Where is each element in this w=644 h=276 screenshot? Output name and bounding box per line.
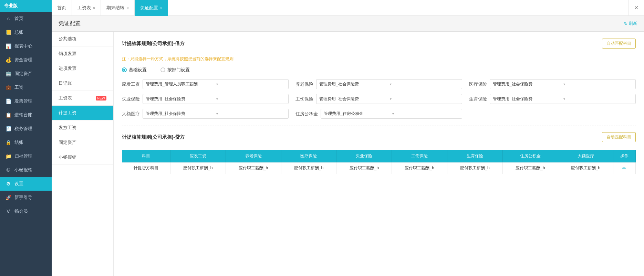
left-menu-label-purchase-invoice: 进项发票: [59, 65, 76, 72]
sidebar-label-closing: 结账: [14, 139, 23, 146]
sidebar-label-guide: 新手引导: [14, 194, 32, 201]
table-cell-0-6: 应付职工薪酬_b: [447, 162, 502, 174]
table-cell-0-1: 应付职工薪酬_b: [170, 162, 226, 174]
form-label-0-1: 养老保险: [295, 81, 313, 87]
form-select-1-1[interactable]: 管理费用_社会保险费 ▾: [316, 94, 462, 104]
salary-icon: 💼: [6, 85, 11, 90]
radio-basic-circle: [122, 67, 127, 72]
chevron-down-icon-1-0: ▾: [216, 97, 285, 101]
sidebar-item-archive[interactable]: 📁 归档管理: [0, 149, 52, 163]
form-select-0-0[interactable]: 管理费用_管理人员职工薪酬 ▾: [143, 79, 289, 89]
home-icon: ⌂: [6, 16, 11, 21]
section2-title: 计提核算规则(公司承担)-贷方: [122, 134, 185, 140]
sidebar-item-xiaochang-report[interactable]: © 小畅报销: [0, 163, 52, 177]
sidebar-item-home[interactable]: ⌂ 首页: [0, 12, 52, 25]
table-cell-0-3: 应付职工薪酬_b: [281, 162, 336, 174]
left-menu-item-fixed-assets[interactable]: 固定资产: [52, 135, 113, 150]
tab-close-voucher-config[interactable]: ×: [160, 6, 162, 10]
settings-icon: ⚙: [6, 181, 11, 187]
sidebar: 专业版 ⌂ 首页 📒 总账 📊 报表中心 💰 资金管理 🏢 固定资产 💼 工资 …: [0, 0, 52, 276]
auto-match-button-1[interactable]: 自动匹配科目: [602, 39, 636, 49]
sidebar-label-vip: 畅会员: [14, 208, 28, 214]
form-label-2-0: 大额医疗: [122, 111, 140, 117]
sidebar-item-settings[interactable]: ⚙ 设置: [0, 177, 52, 191]
tab-voucher-config[interactable]: 凭证配置×: [135, 0, 168, 16]
sidebar-item-tax-mgmt[interactable]: 🧾 税务管理: [0, 122, 52, 136]
sidebar-item-closing[interactable]: 🔒 结账: [0, 136, 52, 149]
refresh-button[interactable]: ↻ 刷新: [624, 21, 637, 26]
radio-dept-circle: [160, 67, 165, 72]
sidebar-item-salary[interactable]: 💼 工资: [0, 81, 52, 94]
table-cell-0-7: 应付职工薪酬_b: [502, 162, 558, 174]
topbar: 首页工资表×期末结转×凭证配置×✕: [52, 0, 644, 16]
sidebar-item-vip[interactable]: V 畅会员: [0, 204, 52, 218]
form-select-1-2[interactable]: 管理费用_社会保险费 ▾: [490, 94, 636, 104]
table-col-4: 失业保险: [336, 150, 392, 162]
left-menu-item-journal[interactable]: 日记账: [52, 76, 113, 91]
left-menu-item-xiaochang-expenses[interactable]: 小畅报销: [52, 150, 113, 165]
tab-label-home: 首页: [57, 5, 66, 11]
table-cell-0-9[interactable]: ✏: [613, 162, 636, 174]
section2-header: 计提核算规则(公司承担)-贷方 自动匹配科目: [122, 132, 636, 146]
tab-home[interactable]: 首页: [52, 0, 72, 16]
left-menu-item-distribute-salary[interactable]: 发放工资: [52, 120, 113, 135]
auto-match-button-2[interactable]: 自动匹配科目: [602, 132, 636, 142]
form-select-0-2[interactable]: 管理费用_社会保险费 ▾: [490, 79, 636, 89]
sidebar-item-ledger[interactable]: 📒 总账: [0, 25, 52, 39]
form-select-2-1[interactable]: 管理费用_住房公积金 ▾: [321, 109, 462, 119]
chevron-down-icon-2-0: ▾: [216, 112, 285, 116]
form-label-1-1: 工伤保险: [295, 96, 313, 102]
close-button[interactable]: ✕: [628, 0, 644, 16]
sidebar-label-invoice-mgmt: 发票管理: [14, 98, 32, 104]
section1-title: 计提核算规则(公司承担)-借方: [122, 41, 185, 47]
form-label-1-0: 失业保险: [122, 96, 140, 102]
form-select-value-0-2: 管理费用_社会保险费: [493, 81, 562, 87]
tab-payroll[interactable]: 工资表×: [72, 0, 101, 16]
refresh-icon: ↻: [624, 21, 627, 26]
sidebar-item-assets[interactable]: 🏢 固定资产: [0, 67, 52, 81]
chevron-down-icon-2-1: ▾: [392, 112, 459, 116]
closing-icon: 🔒: [6, 140, 11, 145]
radio-basic[interactable]: 基础设置: [122, 67, 147, 73]
sidebar-label-home: 首页: [14, 15, 23, 22]
sidebar-label-xiaochang-report: 小畅报销: [14, 167, 32, 173]
sidebar-item-sales-ledger[interactable]: 📋 进销台账: [0, 108, 52, 122]
main: 首页工资表×期末结转×凭证配置×✕ 凭证配置 ↻ 刷新 公共选项销项发票进项发票…: [52, 0, 644, 276]
form-select-value-1-2: 管理费用_社会保险费: [493, 96, 562, 102]
left-menu-label-payroll-table: 工资表: [59, 95, 72, 101]
table-col-0: 科目: [122, 150, 170, 162]
table-cell-0-5: 应付职工薪酬_b: [392, 162, 447, 174]
section1-note: 注：只能选择一种方式，系统将按照您当前的选择来配置规则: [122, 56, 636, 62]
radio-by-dept[interactable]: 按部门设置: [160, 67, 190, 73]
edit-icon-0[interactable]: ✏: [622, 166, 626, 171]
left-menu-item-accrual-salary[interactable]: 计提工资: [52, 106, 113, 120]
tab-period-close[interactable]: 期末结转×: [101, 0, 134, 16]
chevron-down-icon-1-2: ▾: [563, 97, 633, 101]
sidebar-item-guide[interactable]: 🚀 新手引导: [0, 191, 52, 204]
sidebar-item-invoice-mgmt[interactable]: 📄 发票管理: [0, 94, 52, 108]
form-select-value-2-0: 管理费用_社会保险费: [146, 111, 215, 117]
invoice-mgmt-icon: 📄: [6, 98, 11, 104]
chevron-down-icon-0-0: ▾: [216, 82, 285, 86]
sidebar-item-reports[interactable]: 📊 报表中心: [0, 39, 52, 53]
left-menu-item-payroll-table[interactable]: 工资表NEW: [52, 91, 113, 106]
left-menu-item-sales-invoice[interactable]: 销项发票: [52, 46, 113, 61]
left-menu-item-public-options[interactable]: 公共选项: [52, 32, 113, 46]
form-item-row2-col0: 大额医疗 管理费用_社会保险费 ▾: [122, 109, 289, 119]
table-col-2: 养老保险: [226, 150, 281, 162]
sidebar-item-funds[interactable]: 💰 资金管理: [0, 53, 52, 67]
form-select-1-0[interactable]: 管理费用_社会保险费 ▾: [143, 94, 289, 104]
tab-close-period-close[interactable]: ×: [126, 6, 128, 10]
table-cell-0-4: 应付职工薪酬_b: [336, 162, 392, 174]
page-content: 凭证配置 ↻ 刷新 公共选项销项发票进项发票日记账工资表NEW计提工资发放工资固…: [52, 16, 644, 276]
form-item-row0-col0: 应发工资 管理费用_管理人员职工薪酬 ▾: [122, 79, 289, 89]
table-row-0: 计提贷方科目应付职工薪酬_b应付职工薪酬_b应付职工薪酬_b应付职工薪酬_b应付…: [122, 162, 636, 174]
new-badge-payroll-table: NEW: [96, 96, 106, 100]
form-select-2-0[interactable]: 管理费用_社会保险费 ▾: [143, 109, 289, 119]
form-select-0-1[interactable]: 管理费用_社会保险费 ▾: [316, 79, 462, 89]
table-cell-0-0: 计提贷方科目: [122, 162, 170, 174]
ledger-icon: 📒: [6, 30, 11, 35]
tab-label-payroll: 工资表: [77, 5, 91, 11]
tab-close-payroll[interactable]: ×: [93, 6, 95, 10]
left-menu-item-purchase-invoice[interactable]: 进项发票: [52, 61, 113, 76]
